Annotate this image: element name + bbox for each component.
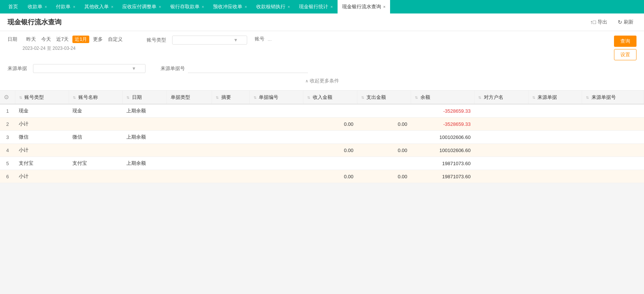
cell-source-doc-no — [582, 104, 644, 118]
nav-home[interactable]: 首页 — [3, 0, 23, 13]
date-opt-1month[interactable]: 近1月 — [72, 36, 89, 43]
cell-summary — [212, 118, 249, 131]
nav-tab-xianjinyinhang-stats[interactable]: 现金银行统计 × — [294, 0, 337, 13]
sort-income-icon[interactable]: ⇅ — [307, 96, 310, 100]
date-opt-custom[interactable]: 自定义 — [107, 36, 124, 43]
cell-balance: -3528659.33 — [411, 104, 474, 118]
account-type-select[interactable]: ▼ — [172, 36, 247, 45]
sort-expense-icon[interactable]: ⇅ — [361, 96, 364, 100]
filter-area: 日期 昨天 今天 近7天 近1月 更多 自定义 2023-02-24 至 202… — [0, 31, 644, 91]
close-tab-3-icon[interactable]: × — [159, 4, 161, 9]
nav-tab-fukuandan[interactable]: 付款单 × — [51, 0, 80, 13]
table-row: 3 微信 微信 上期余额 100102606.60 — [0, 131, 644, 144]
date-opt-more[interactable]: 更多 — [92, 36, 104, 43]
cell-account-name — [69, 144, 122, 157]
nav-tab-shoukuanhexiao[interactable]: 收款核销执行 × — [252, 0, 294, 13]
cell-expense: 0.00 — [357, 118, 411, 131]
cell-doc-no — [249, 104, 303, 118]
cell-date — [123, 170, 167, 183]
cell-doc-type — [167, 144, 212, 157]
cell-summary — [212, 170, 249, 183]
table-row: 1 现金 现金 上期余额 -3528659.33 — [0, 104, 644, 118]
cell-counterpart — [474, 157, 528, 170]
nav-tab-qitashouru[interactable]: 其他收入单 × — [80, 0, 118, 13]
sort-summary-icon[interactable]: ⇅ — [216, 96, 219, 100]
page-header: 现金银行流水查询 ↑□ 导出 ↻ 刷新 — [0, 13, 644, 31]
close-tab-0-icon[interactable]: × — [45, 4, 47, 9]
sort-doc-no-icon[interactable]: ⇅ — [254, 96, 257, 100]
date-opt-today[interactable]: 今天 — [40, 36, 53, 43]
cell-account-type: 微信 — [15, 131, 69, 144]
collapse-bar[interactable]: ∧ 收起更多条件 — [8, 76, 636, 86]
source-doc-no-input[interactable] — [188, 64, 308, 73]
cell-source-doc-no — [582, 170, 644, 183]
cell-balance: 19871073.60 — [411, 157, 474, 170]
cell-account-name: 现金 — [69, 104, 122, 118]
cell-account-type: 支付宝 — [15, 157, 69, 170]
sort-account-name-icon[interactable]: ⇅ — [73, 96, 76, 100]
date-range-display: 2023-02-24 至 2023-03-24 — [23, 45, 124, 52]
date-opt-7days[interactable]: 近7天 — [55, 36, 70, 43]
cell-balance: 100102606.60 — [411, 131, 474, 144]
account-more-icon[interactable]: ... — [267, 36, 272, 42]
nav-tab-yingshouyingfu[interactable]: 应收应付调整单 × — [118, 0, 165, 13]
nav-tab-liushui[interactable]: 现金银行流水查询 × — [338, 0, 390, 13]
close-tab-7-icon[interactable]: × — [330, 4, 333, 9]
row-num: 4 — [0, 144, 15, 157]
cell-counterpart — [474, 118, 528, 131]
cell-source-doc-no — [582, 131, 644, 144]
close-tab-5-icon[interactable]: × — [245, 4, 247, 9]
header-actions: ↑□ 导出 ↻ 刷新 — [587, 17, 636, 27]
table-settings-icon[interactable]: ⚙ — [4, 94, 9, 100]
col-date: ⇅ 日期 — [123, 91, 167, 104]
table-row: 4 小计 0.00 0.00 100102606.60 — [0, 144, 644, 157]
cell-account-name — [69, 118, 122, 131]
col-expense: ⇅ 支出金额 — [357, 91, 411, 104]
date-opt-yesterday[interactable]: 昨天 — [25, 36, 38, 43]
sort-source-doc-no-icon[interactable]: ⇅ — [586, 96, 589, 100]
close-tab-4-icon[interactable]: × — [202, 4, 204, 9]
col-source-doc-no: ⇅ 来源单据号 — [582, 91, 644, 104]
cell-expense — [357, 104, 411, 118]
cell-summary — [212, 157, 249, 170]
page-title: 现金银行流水查询 — [8, 18, 62, 27]
close-tab-2-icon[interactable]: × — [111, 4, 113, 9]
table-row: 2 小计 0.00 0.00 -3528659.33 — [0, 118, 644, 131]
query-button[interactable]: 查询 — [614, 36, 636, 47]
sort-counterpart-icon[interactable]: ⇅ — [478, 96, 481, 100]
cell-income: 0.00 — [303, 118, 357, 131]
date-label: 日期 — [8, 36, 23, 43]
account-type-chevron-icon: ▼ — [234, 37, 238, 43]
close-tab-6-icon[interactable]: × — [288, 4, 290, 9]
export-button[interactable]: ↑□ 导出 — [587, 17, 610, 27]
nav-tab-yushouzhong[interactable]: 预收冲应收单 × — [209, 0, 251, 13]
sort-account-type-icon[interactable]: ⇅ — [19, 96, 22, 100]
cell-account-name: 支付宝 — [69, 157, 122, 170]
nav-tab-yinhangcunqu[interactable]: 银行存取款单 × — [166, 0, 209, 13]
cell-doc-no — [249, 131, 303, 144]
sort-balance-icon[interactable]: ⇅ — [415, 96, 418, 100]
cell-counterpart — [474, 170, 528, 183]
cell-income — [303, 104, 357, 118]
settings-button[interactable]: 设置 — [614, 49, 636, 60]
cell-source-doc — [528, 157, 582, 170]
close-tab-1-icon[interactable]: × — [73, 4, 75, 9]
date-options: 昨天 今天 近7天 近1月 更多 自定义 — [25, 36, 124, 43]
cell-doc-type — [167, 157, 212, 170]
col-settings: ⚙ — [0, 91, 15, 104]
cell-doc-no — [249, 170, 303, 183]
close-tab-8-icon[interactable]: × — [383, 4, 386, 9]
cell-source-doc — [528, 170, 582, 183]
cell-summary — [212, 104, 249, 118]
cell-counterpart — [474, 104, 528, 118]
row-num: 1 — [0, 104, 15, 118]
col-income: ⇅ 收入金额 — [303, 91, 357, 104]
cell-date: 上期余额 — [123, 104, 167, 118]
sort-date-icon[interactable]: ⇅ — [126, 96, 129, 100]
refresh-button[interactable]: ↻ 刷新 — [615, 17, 636, 27]
cell-doc-no — [249, 118, 303, 131]
source-doc-select[interactable]: ▼ — [33, 64, 146, 73]
cell-source-doc-no — [582, 157, 644, 170]
sort-source-doc-icon[interactable]: ⇅ — [532, 96, 535, 100]
nav-tab-shoukuandan[interactable]: 收款单 × — [23, 0, 51, 13]
